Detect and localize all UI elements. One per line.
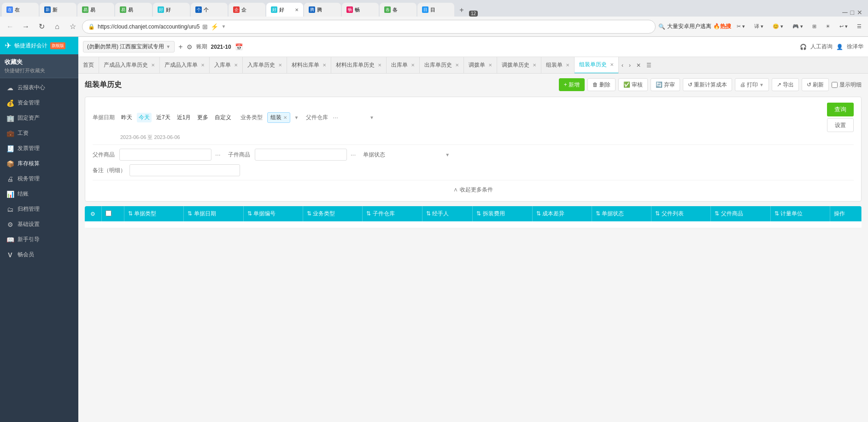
audit-button[interactable]: ✅ 审核 [618, 78, 648, 91]
tab-close-all[interactable]: ✕ [633, 57, 644, 74]
nav-tab-7-close[interactable]: ✕ [411, 63, 415, 68]
nav-tab-2-close[interactable]: ✕ [201, 63, 205, 68]
query-button[interactable]: 查询 [827, 103, 854, 116]
th-date[interactable]: ⇅ 单据日期 [184, 206, 243, 221]
tab-nav-next[interactable]: › [626, 57, 633, 74]
parent-warehouse-more[interactable]: ··· [333, 114, 338, 121]
browser-tab-7[interactable]: 好 好 ✕ [266, 3, 303, 17]
tab-more-menu[interactable]: ☰ [644, 57, 654, 74]
close-button[interactable]: ✕ [857, 9, 862, 16]
th-cost-diff[interactable]: ⇅ 成本差异 [532, 206, 592, 221]
nav-tab-home[interactable]: 首页 [78, 57, 99, 74]
sidebar-item-invoice[interactable]: 🧾 发票管理 [0, 141, 78, 156]
parent-goods-ellipsis[interactable]: ··· [215, 151, 221, 158]
business-type-remove-icon[interactable]: ✕ [283, 115, 287, 120]
browser-tab-5[interactable]: 个 个 [191, 3, 228, 17]
add-company-btn[interactable]: + [178, 43, 182, 51]
browser-tab-6[interactable]: 企 企 [229, 3, 265, 17]
nav-tab-9-close[interactable]: ✕ [488, 63, 492, 68]
calendar-icon[interactable]: 📅 [235, 43, 243, 51]
sidebar-item-guide[interactable]: 📖 新手引导 [0, 232, 78, 247]
sidebar-item-payroll[interactable]: 💼 工资 [0, 126, 78, 141]
nav-tab-6-close[interactable]: ✕ [378, 63, 381, 68]
sidebar-item-inventory[interactable]: 📦 库存核算 [0, 156, 78, 171]
th-settings[interactable]: ⚙ [85, 206, 101, 221]
nav-tab-8-close[interactable]: ✕ [455, 63, 459, 68]
business-type-dropdown[interactable]: ▼ [294, 115, 299, 120]
nav-tab-7[interactable]: 出库单 ✕ [387, 57, 420, 74]
th-parent-list[interactable]: ⇅ 父件列表 [651, 206, 711, 221]
nav-tab-2[interactable]: 产成品入库单 ✕ [160, 57, 210, 74]
select-all-checkbox[interactable] [106, 210, 111, 216]
consultant-label[interactable]: 人工咨询 [810, 43, 833, 51]
bookmark-button[interactable]: ☆ [66, 20, 79, 33]
nav-tab-4[interactable]: 入库单历史 ✕ [243, 57, 287, 74]
undo-btn[interactable]: ↩ ▾ [837, 23, 850, 30]
back-button[interactable]: ← [4, 20, 17, 33]
browser-tab-4[interactable]: 好 好 [153, 3, 190, 17]
browser-tab-9[interactable]: 畅 畅 [342, 3, 379, 17]
username[interactable]: 徐泽华 [847, 43, 863, 51]
nav-tab-11-close[interactable]: ✕ [566, 63, 569, 68]
child-goods-ellipsis[interactable]: ··· [351, 151, 356, 158]
sidebar-item-archive[interactable]: 🗂 归档管理 [0, 202, 78, 217]
th-number[interactable]: ⇅ 单据编号 [243, 206, 303, 221]
refresh-button[interactable]: ↺ 刷新 [802, 78, 829, 91]
nav-tab-4-close[interactable]: ✕ [278, 63, 282, 68]
collapse-button[interactable]: ∧ 收起更多条件 [452, 184, 494, 196]
sidebar-item-settings[interactable]: ⚙ 基础设置 [0, 217, 78, 232]
game-btn[interactable]: 🎮 ▾ [790, 23, 806, 30]
scissors-btn[interactable]: ✂ ▾ [734, 23, 748, 30]
shortcut-today[interactable]: 今天 [137, 113, 152, 122]
th-child-warehouse[interactable]: ⇅ 子件仓库 [363, 206, 422, 221]
nav-tab-3[interactable]: 入库单 ✕ [210, 57, 243, 74]
nav-tab-1[interactable]: 产成品入库单历史 ✕ [99, 57, 160, 74]
address-bar[interactable]: 🔒 https://cloud.chanjet.com/accounting/u… [82, 20, 656, 34]
th-unit[interactable]: ⇅ 计量单位 [770, 206, 830, 221]
browser-tab-3[interactable]: 易 易 [115, 3, 152, 17]
order-status-dropdown[interactable]: ▼ [445, 152, 450, 157]
browser-tab-2[interactable]: 易 易 [77, 3, 114, 17]
th-type[interactable]: ⇅ 单据类型 [124, 206, 184, 221]
nav-tab-9[interactable]: 调拨单 ✕ [464, 57, 497, 74]
settings-gear-icon[interactable]: ⚙ [187, 43, 193, 51]
nav-tab-1-close[interactable]: ✕ [151, 63, 155, 68]
company-selector[interactable]: (勿删勿禁用) 江西服宝测试专用 ▼ [83, 41, 175, 52]
browser-tab-1[interactable]: 新 新 [40, 3, 76, 17]
home-button[interactable]: ⌂ [51, 20, 64, 33]
show-detail-toggle[interactable]: 显示明细 [832, 81, 862, 89]
forward-button[interactable]: → [19, 20, 32, 33]
export-button[interactable]: ↗ 导出 [772, 78, 799, 91]
parent-warehouse-dropdown[interactable]: ▼ [369, 115, 374, 120]
tab-nav-prev[interactable]: ‹ [619, 57, 626, 74]
period-value[interactable]: 2021-10 [211, 44, 231, 50]
browser-tab-8[interactable]: 腾 腾 [304, 3, 341, 17]
shortcut-1month[interactable]: 近1月 [175, 113, 193, 122]
nav-tab-12[interactable]: 组装单历史 ✕ [575, 57, 619, 74]
th-parent-goods[interactable]: ⇅ 父件商品 [711, 206, 770, 221]
browser-tab-close-7[interactable]: ✕ [295, 7, 299, 12]
shortcut-7days[interactable]: 近7天 [154, 113, 172, 122]
shortcut-more[interactable]: 更多 [195, 113, 210, 122]
nav-tab-6[interactable]: 材料出库单历史 ✕ [331, 57, 387, 74]
browser-tab-0[interactable]: 在 在 [2, 3, 39, 17]
th-checkbox[interactable] [101, 206, 124, 221]
abandon-button[interactable]: 🔄 弃审 [651, 78, 680, 91]
child-goods-input[interactable] [255, 149, 347, 161]
sidebar-item-member[interactable]: V 畅会员 [0, 247, 78, 262]
sidebar-item-fund[interactable]: 💰 资金管理 [0, 95, 78, 110]
th-assemble-cost[interactable]: ⇅ 拆装费用 [473, 206, 532, 221]
nav-tab-3-close[interactable]: ✕ [234, 63, 238, 68]
grid-btn[interactable]: ⊞ [809, 23, 819, 30]
nav-tab-8[interactable]: 出库单历史 ✕ [420, 57, 464, 74]
minimize-button[interactable]: ─ [842, 8, 847, 17]
emoji-btn[interactable]: 😊 ▾ [770, 23, 786, 30]
address-bar-dropdown[interactable]: ▼ [221, 24, 226, 29]
nav-tab-10[interactable]: 调拨单历史 ✕ [497, 57, 541, 74]
reload-button[interactable]: ↻ [35, 20, 48, 33]
brightness-btn[interactable]: ☀ [823, 23, 833, 30]
add-button[interactable]: + 新增 [559, 78, 585, 91]
sidebar-item-fixed-assets[interactable]: 🏢 固定资产 [0, 110, 78, 126]
nav-tab-5[interactable]: 材料出库单 ✕ [287, 57, 331, 74]
notes-input[interactable] [129, 164, 240, 176]
